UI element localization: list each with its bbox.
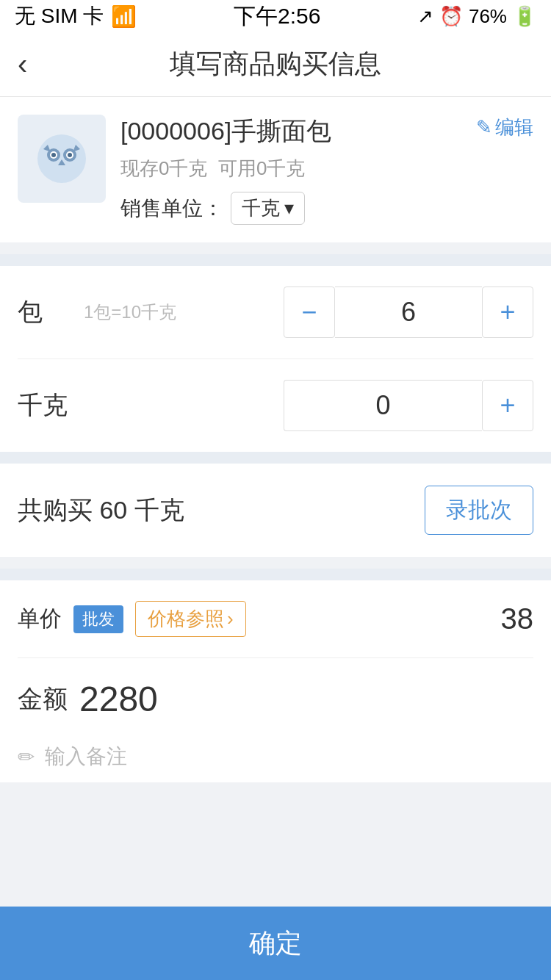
product-info: [0000006]手撕面包 现存0千克 可用0千克 销售单位： 千克 ▾ [120,115,533,225]
battery-icon: 🔋 [513,5,536,28]
bag-hint: 1包=10千克 [84,300,284,324]
status-left: 无 SIM 卡 📶 [15,2,137,30]
chevron-down-icon: ▾ [284,197,294,220]
bag-input-row: 包 1包=10千克 − + [18,266,533,359]
nav-bar: ‹ 填写商品购买信息 [0,32,551,97]
price-reference-button[interactable]: 价格参照 › [135,601,246,637]
amount-label: 金额 [18,682,68,716]
edit-icon: ✎ [476,116,492,139]
product-unit-row: 销售单位： 千克 ▾ [120,192,533,225]
section-separator-2 [0,452,551,464]
kg-plus-button[interactable]: + [482,380,533,431]
confirm-bar[interactable]: 确定 [0,907,551,980]
remark-placeholder: 输入备注 [45,743,127,771]
bag-plus-button[interactable]: + [482,287,533,338]
wholesale-tag: 批发 [73,605,123,633]
kg-label: 千克 [18,389,76,422]
carrier-text: 无 SIM 卡 [15,2,104,30]
price-label: 单价 [18,604,62,634]
summary-text: 共购买 60 千克 [18,494,184,527]
remark-row[interactable]: ✏ 输入备注 [18,731,533,782]
product-stock: 现存0千克 可用0千克 [120,156,533,181]
battery-text: 76% [469,5,507,28]
back-button[interactable]: ‹ [18,48,27,81]
svg-point-5 [51,153,56,157]
kg-quantity-input[interactable] [284,380,482,431]
summary-section: 共购买 60 千克 录批次 [0,464,551,557]
amount-section: 金额 2280 ✏ 输入备注 [0,658,551,782]
section-separator-3 [0,569,551,580]
price-section: 单价 批发 价格参照 › 38 [0,580,551,658]
bag-quantity-input[interactable] [335,287,482,338]
product-image [18,115,106,203]
bag-label: 包 [18,295,76,329]
status-time: 下午2:56 [234,1,320,32]
page-title: 填写商品购买信息 [170,46,381,82]
bag-minus-button[interactable]: − [284,287,335,338]
product-card: [0000006]手撕面包 现存0千克 可用0千克 销售单位： 千克 ▾ ✎ 编… [0,97,551,242]
svg-point-6 [68,153,72,157]
svg-point-0 [37,134,86,183]
product-name: [0000006]手撕面包 [120,115,533,148]
status-right: ↗ ⏰ 76% 🔋 [417,5,536,28]
price-row: 单价 批发 价格参照 › 38 [18,580,533,658]
wifi-icon: 📶 [111,4,137,29]
unit-selector[interactable]: 千克 ▾ [231,192,305,225]
kg-input-row: 千克 + [18,359,533,452]
amount-row: 金额 2280 [18,679,533,719]
location-icon: ↗ [417,5,433,28]
pencil-icon: ✏ [18,745,35,769]
status-bar: 无 SIM 卡 📶 下午2:56 ↗ ⏰ 76% 🔋 [0,0,551,32]
kg-controls: + [284,380,533,431]
batch-button[interactable]: 录批次 [425,486,533,535]
edit-button[interactable]: ✎ 编辑 [476,115,533,140]
amount-value: 2280 [79,679,158,719]
price-value: 38 [501,602,534,635]
bag-controls: − + [284,287,533,338]
chevron-right-icon: › [227,608,234,630]
alarm-icon: ⏰ [439,5,463,28]
section-separator-1 [0,254,551,266]
confirm-text: 确定 [249,926,302,962]
unit-label: 销售单位： [120,195,223,223]
quantity-section: 包 1包=10千克 − + 千克 + [0,266,551,452]
